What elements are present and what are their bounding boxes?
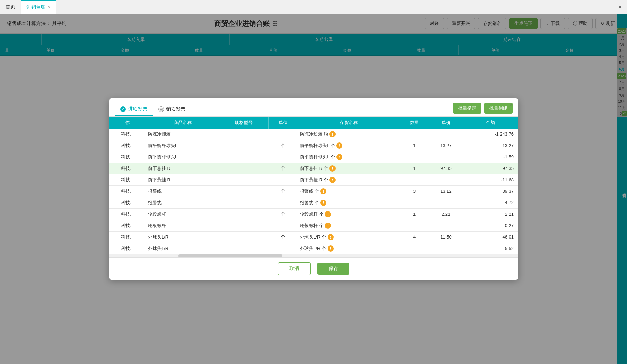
cell-spec: [219, 129, 269, 140]
cell-inventory: 报警线 个 !: [298, 185, 400, 197]
cell-product: 前平衡杆球头L: [146, 140, 219, 151]
cell-spec: [219, 197, 269, 208]
cell-price: [429, 129, 463, 140]
cell-product: 轮毂螺杆: [146, 220, 219, 231]
cancel-button[interactable]: 取消: [278, 262, 311, 275]
tab-bar: 首页 进销台账 × ×: [0, 0, 627, 14]
modal-dialog: ✓ 进项发票 ▣ 销项发票 批量指定 批量创建 × 你: [109, 98, 518, 280]
cell-price: 97.35: [429, 163, 463, 174]
warning-icon: !: [320, 200, 326, 206]
cell-unit: [268, 243, 298, 254]
cell-price: [429, 243, 463, 254]
cell-company: 科技...: [109, 185, 146, 197]
cell-company: 科技...: [109, 220, 146, 231]
modal-tab-purchase[interactable]: ✓ 进项发票: [115, 103, 153, 116]
modal-tab-purchase-label: 进项发票: [128, 106, 147, 112]
cell-quantity: [400, 220, 429, 231]
window-close-button[interactable]: ×: [613, 0, 627, 14]
cell-price: 13.27: [429, 140, 463, 151]
cell-inventory: 前下悬挂 R 个 !: [298, 174, 400, 185]
cell-amount: -1.59: [463, 151, 518, 163]
cell-spec: [219, 220, 269, 231]
cell-inventory: 前下悬挂 R 个 !: [298, 163, 400, 174]
table-row: 科技... 防冻冷却液 防冻冷却液 瓶 ! -1,243.76: [109, 129, 518, 140]
cell-unit: 个: [268, 231, 298, 243]
cell-unit: [268, 129, 298, 140]
batch-assign-button[interactable]: 批量指定: [453, 103, 481, 114]
col-header-quantity: 数量: [400, 117, 429, 129]
table-row: 科技... 前平衡杆球头L 个 前平衡杆球头L 个 ! 1 13.27 13.2…: [109, 140, 518, 151]
cell-amount: -0.27: [463, 220, 518, 231]
cell-unit: 个: [268, 163, 298, 174]
col-header-amount: 金额: [463, 117, 518, 129]
tab-ledger-close[interactable]: ×: [48, 5, 50, 10]
cell-quantity: [400, 129, 429, 140]
cell-amount: 46.01: [463, 231, 518, 243]
scrollbar-thumb[interactable]: [178, 254, 282, 257]
cell-spec: [219, 208, 269, 220]
cell-inventory: 轮毂螺杆 个 !: [298, 208, 400, 220]
table-row: 科技... 外球头L/R 个 外球头L/R 个 ! 4 11.50 46.01: [109, 231, 518, 243]
cell-amount: 97.35: [463, 163, 518, 174]
modal-header-actions: 批量指定 批量创建: [453, 103, 513, 116]
cell-unit: 个: [268, 208, 298, 220]
cell-amount: -5.52: [463, 243, 518, 254]
cell-inventory: 轮毂螺杆 个 !: [298, 220, 400, 231]
col-header-spec: 规格型号: [219, 117, 269, 129]
cell-unit: [268, 174, 298, 185]
tab-ledger[interactable]: 进销台账 ×: [21, 0, 56, 14]
cell-unit: 个: [268, 185, 298, 197]
cell-quantity: [400, 243, 429, 254]
modal-body: 你 商品名称 规格型号 单位 存货名称 数量 单价 金额 科技... 防冻冷却液: [109, 117, 518, 257]
cell-price: [429, 151, 463, 163]
cell-spec: [219, 185, 269, 197]
background-page: 销售成本计算方法： 月平均 商贸企业进销台账 ☷ 对账 重新开账 存货别名 生成…: [0, 14, 627, 364]
cell-company: 科技...: [109, 174, 146, 185]
cell-quantity: 3: [400, 185, 429, 197]
cell-unit: [268, 220, 298, 231]
cell-spec: [219, 163, 269, 174]
table-row: 科技... 外球头L/R 外球头L/R 个 ! -5.52: [109, 243, 518, 254]
warning-icon: !: [320, 188, 326, 194]
save-button[interactable]: 保存: [317, 263, 349, 275]
warning-icon: !: [328, 245, 334, 252]
cell-inventory: 防冻冷却液 瓶 !: [298, 129, 400, 140]
cell-amount: 2.21: [463, 208, 518, 220]
cell-product: 前平衡杆球头L: [146, 151, 219, 163]
modal-close-button[interactable]: ×: [510, 102, 513, 108]
warning-icon: !: [336, 142, 342, 149]
cell-amount: 13.27: [463, 140, 518, 151]
col-header-product: 商品名称: [146, 117, 219, 129]
cell-product: 防冻冷却液: [146, 129, 219, 140]
warning-icon: !: [329, 131, 336, 137]
cell-quantity: [400, 197, 429, 208]
cell-price: 2.21: [429, 208, 463, 220]
modal-tab-sales[interactable]: ▣ 销项发票: [153, 103, 191, 116]
horizontal-scrollbar[interactable]: [109, 254, 518, 257]
tab-home[interactable]: 首页: [0, 0, 21, 14]
cell-product: 轮毂螺杆: [146, 208, 219, 220]
table-row: 科技... 前平衡杆球头L 前平衡杆球头L 个 ! -1.59: [109, 151, 518, 163]
batch-create-button[interactable]: 批量创建: [484, 103, 513, 114]
warning-icon: !: [328, 234, 334, 240]
cell-company: 科技...: [109, 197, 146, 208]
cell-product: 外球头L/R: [146, 243, 219, 254]
warning-icon: !: [336, 154, 342, 160]
cell-company: 科技...: [109, 140, 146, 151]
cell-company: 科技...: [109, 208, 146, 220]
cell-product: 前下悬挂 R: [146, 163, 219, 174]
cell-product: 报警线: [146, 197, 219, 208]
cell-inventory: 前平衡杆球头L 个 !: [298, 151, 400, 163]
cell-price: [429, 220, 463, 231]
cell-company: 科技...: [109, 231, 146, 243]
table-row: 科技... 报警线 报警线 个 ! -4.72: [109, 197, 518, 208]
warning-icon: !: [325, 223, 331, 229]
cell-quantity: 4: [400, 231, 429, 243]
table-row: 科技... 前下悬挂 R 个 前下悬挂 R 个 ! 1 97.35 97.35: [109, 163, 518, 174]
cell-inventory: 前平衡杆球头L 个 !: [298, 140, 400, 151]
modal-table: 你 商品名称 规格型号 单位 存货名称 数量 单价 金额 科技... 防冻冷却液: [109, 117, 518, 254]
cell-quantity: 1: [400, 208, 429, 220]
cell-amount: 39.37: [463, 185, 518, 197]
cell-amount: -4.72: [463, 197, 518, 208]
cell-company: 科技...: [109, 129, 146, 140]
